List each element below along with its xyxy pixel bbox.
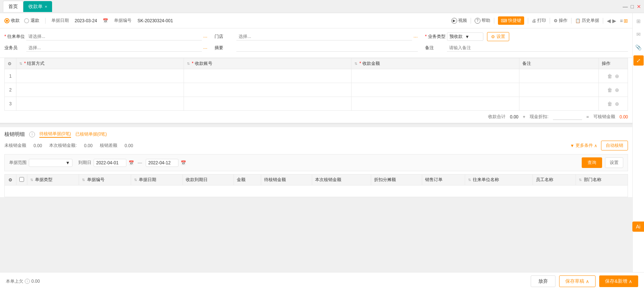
save-new-btn[interactable]: 保存&新增 ∧	[599, 275, 638, 287]
sub-sort-9[interactable]: ⇅	[468, 178, 471, 182]
pending-tab[interactable]: 待核销单据(0笔)	[39, 131, 71, 138]
row-num-3: 3	[5, 97, 16, 111]
cell-amount-3[interactable]	[352, 97, 519, 111]
video-btn[interactable]: ▶ 视频	[451, 17, 467, 24]
abandon-btn[interactable]: 放弃	[531, 275, 555, 287]
sidebar-table-icon[interactable]: ⊞	[633, 16, 644, 26]
cell-amount-2[interactable]	[352, 83, 519, 97]
ai-badge[interactable]: Ai	[632, 222, 644, 232]
cell-settle-3[interactable]	[16, 97, 184, 111]
copy-icon-2[interactable]: ⊕	[615, 87, 619, 93]
close-button[interactable]: ✕	[637, 4, 641, 9]
store-more-btn[interactable]: ···	[413, 34, 418, 40]
sort-icon[interactable]: ⇅	[19, 62, 22, 66]
auto-hexiao-btn[interactable]: 自动核销	[601, 141, 628, 150]
remark-input[interactable]	[447, 44, 628, 52]
sub-th-gear: ⚙	[5, 175, 16, 185]
biz-type-value: 预收款	[449, 34, 465, 40]
biz-type-select[interactable]: 预收款 ▼	[447, 32, 483, 41]
print-btn[interactable]: 🖨 打印	[532, 17, 546, 24]
cell-account-2[interactable]	[184, 83, 352, 97]
partner-input[interactable]	[26, 33, 202, 40]
calendar-icon[interactable]: 📅	[103, 18, 108, 23]
bottom-limit-info: 本单上欠 i 0.00	[6, 278, 40, 285]
radio-receive[interactable]: 收款	[4, 17, 20, 24]
sub-sort-1[interactable]: ⇅	[30, 178, 33, 182]
store-input[interactable]	[236, 33, 412, 40]
sidebar-attach-icon[interactable]: 📎	[633, 42, 644, 52]
form-setting-btn[interactable]: ⚙ 设置	[487, 32, 509, 41]
setting-label: 设置	[496, 34, 505, 40]
bill-range-select[interactable]: ▼	[29, 159, 72, 167]
due-date-to-input[interactable]	[146, 159, 178, 167]
salesperson-field: 业务员 ···	[4, 44, 207, 52]
filter-icon: ▼	[570, 143, 574, 148]
cash-discount-input[interactable]	[553, 114, 582, 120]
layout-grid-btn[interactable]: ⊞	[624, 18, 628, 24]
query-btn[interactable]: 查询	[582, 157, 602, 168]
summary-input[interactable]	[236, 44, 417, 52]
shortcuts-btn[interactable]: ⌨ 快捷键	[498, 16, 524, 25]
sub-th-checkbox	[16, 175, 27, 185]
next-arrow[interactable]: ▶	[612, 18, 616, 24]
sub-gear-icon[interactable]: ⚙	[8, 177, 12, 183]
layout-list-btn[interactable]: ≡	[620, 18, 623, 24]
prev-arrow[interactable]: ◀	[607, 18, 611, 24]
delete-icon[interactable]: 🗑	[607, 73, 612, 79]
toolbar-right: ▶ 视频 ? 帮助 ⌨ 快捷键 🖨 打印 ⚙ 操作	[451, 16, 628, 25]
store-label: 门店	[215, 34, 236, 40]
sort-icon-3[interactable]: ⇅	[354, 62, 357, 66]
cell-action-1: 🗑 ⊕	[599, 69, 628, 83]
minimize-button[interactable]: —	[623, 4, 628, 9]
row-num-1: 1	[5, 69, 16, 83]
date-to-icon[interactable]: 📅	[181, 160, 186, 165]
cell-remark-1[interactable]	[519, 69, 598, 83]
date-from-icon[interactable]: 📅	[129, 160, 134, 165]
summary-field: 摘要	[215, 44, 417, 52]
history-btn[interactable]: 📋 历史单据	[575, 17, 599, 24]
cell-amount-1[interactable]	[352, 69, 519, 83]
sort-icon-2[interactable]: ⇅	[187, 62, 190, 66]
radio-refund[interactable]: 退款	[24, 17, 39, 24]
cell-account-3[interactable]	[184, 97, 352, 111]
operations-btn[interactable]: ⚙ 操作	[554, 17, 568, 24]
select-all-checkbox[interactable]	[19, 177, 24, 182]
limit-info-icon[interactable]: i	[25, 279, 30, 284]
delete-icon-2[interactable]: 🗑	[607, 87, 612, 93]
salesperson-more-btn[interactable]: ···	[203, 45, 208, 51]
salesperson-input[interactable]	[26, 44, 202, 52]
cell-settle-1[interactable]	[16, 69, 184, 83]
more-conditions-btn[interactable]: ▼ 更多条件 ∧	[570, 142, 597, 149]
tab-home[interactable]: 首页	[3, 1, 23, 12]
sub-sort-2[interactable]: ⇅	[82, 178, 85, 182]
filter-settings-btn[interactable]: 设置	[605, 157, 623, 168]
tab-current[interactable]: 收款单 ×	[23, 1, 52, 12]
bill-limit-label: 本单上欠	[6, 278, 23, 285]
hexiao-stats-right: ▼ 更多条件 ∧ 自动核销	[570, 141, 628, 150]
tab-bar: 首页 收款单 × — □ ✕	[0, 0, 644, 13]
save-draft-btn[interactable]: 保存草稿 ∧	[559, 275, 596, 287]
copy-icon-3[interactable]: ⊕	[615, 101, 619, 107]
done-tab[interactable]: 已核销单据(0笔)	[75, 131, 107, 137]
delete-icon-3[interactable]: 🗑	[607, 101, 612, 107]
cell-remark-3[interactable]	[519, 97, 598, 111]
sidebar-expand-icon[interactable]: ⤢	[633, 55, 644, 66]
gear-icon[interactable]: ⚙	[8, 61, 12, 66]
sub-sort-11[interactable]: ⇅	[579, 178, 582, 182]
tab-close-icon[interactable]: ×	[45, 4, 47, 9]
sidebar-mail-icon[interactable]: ✉	[633, 29, 644, 39]
cell-account-1[interactable]	[184, 69, 352, 83]
due-date-from-input[interactable]	[94, 159, 126, 167]
maximize-button[interactable]: □	[631, 4, 634, 9]
cell-remark-2[interactable]	[519, 83, 598, 97]
help-btn[interactable]: ? 帮助	[475, 17, 490, 24]
sub-sort-3[interactable]: ⇅	[134, 178, 137, 182]
history-icon: 📋	[575, 18, 581, 23]
current-value: 0.00	[84, 143, 93, 148]
copy-icon[interactable]: ⊕	[615, 73, 619, 79]
bottom-actions: 放弃 保存草稿 ∧ 保存&新增 ∧	[531, 275, 638, 287]
partner-more-btn[interactable]: ···	[203, 34, 208, 40]
hexiao-info-icon[interactable]: i	[29, 132, 35, 137]
cell-settle-2[interactable]	[16, 83, 184, 97]
bill-range-field: 单据范围 ▼	[9, 159, 72, 167]
